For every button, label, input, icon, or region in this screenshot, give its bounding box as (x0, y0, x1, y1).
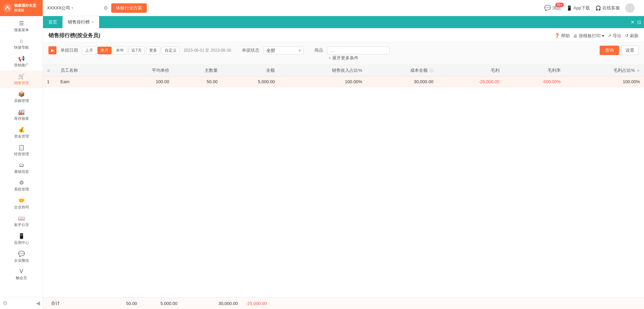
sidebar-item-sales[interactable]: 🛒 销售管理 (0, 70, 43, 88)
table-area: ⚙ 员工名称 平均单价 主数量 全额 销售收入占比% 成本全额 ⓘ 毛利 毛利率 (43, 65, 644, 297)
sidebar-item-purchase[interactable]: 📦 采购管理 (0, 88, 43, 106)
sidebar-label-search: 搜索菜单 (14, 28, 29, 33)
window-close-icon[interactable]: ✕ (631, 19, 635, 25)
search-menu-icon: ☰ (19, 20, 24, 27)
cost-help-icon[interactable]: ⓘ (430, 68, 433, 72)
main-area: XXXXX公司 ▾ ⚙ 体验行业方案 💬 消息 99+ 📱 App下载 🎧 在线… (43, 0, 644, 309)
date-btn-custom[interactable]: 自定义 (162, 47, 180, 54)
headset-icon: 🎧 (595, 5, 601, 11)
avatar[interactable] (625, 3, 635, 13)
status-filter-label: 单据状态 (242, 47, 259, 53)
system-icon: ⚙ (19, 179, 24, 186)
gross-ratio-sort-icon[interactable]: ▼ (637, 69, 640, 72)
sidebar-item-wechat[interactable]: 💬 企业微信 (0, 248, 43, 266)
page-header: 销售排行榜(按业务员) ❓ 帮助 🖨 按模板打印 ▾ ↗ 导出 ↺ 刷新 (43, 28, 644, 42)
cell-name: Eam (56, 76, 115, 87)
sidebar-nav: ☰ 搜索菜单 ⌂ 快捷导航 📢 营销推广 🛒 销售管理 📦 采购管理 🏭 库存核… (0, 16, 43, 297)
tab-close-icon[interactable]: × (92, 20, 94, 24)
service-label: 在线客服 (602, 5, 620, 11)
sidebar-label-sales: 销售管理 (14, 81, 29, 86)
filter-toggle-icon: ▶ (51, 48, 54, 53)
sidebar-collapse-button[interactable]: ◀ (36, 300, 40, 306)
export-button[interactable]: ↗ 导出 (608, 33, 621, 39)
sidebar-item-apps[interactable]: 📱 应用中心 (0, 230, 43, 248)
app-download-button[interactable]: 📱 App下载 (566, 5, 590, 11)
date-btn-this-month[interactable]: 本月 (97, 47, 112, 54)
tab-sales-ranking[interactable]: 销售排行榜 × (62, 16, 99, 28)
expand-more-label: 展开更多条件 (332, 55, 358, 61)
print-button[interactable]: 🖨 按模板打印 ▾ (573, 33, 604, 39)
tab-sales-ranking-label: 销售排行榜 (68, 19, 90, 25)
tab-home[interactable]: 首页 (43, 16, 62, 28)
cell-gross-ratio: 100.00% (565, 76, 644, 87)
app-download-label: App下载 (573, 5, 590, 11)
cell-cost: 30,000.00 (366, 76, 437, 87)
logo-sub-text: 标准版 (14, 8, 36, 13)
svg-point-0 (3, 4, 12, 12)
date-btn-this-year[interactable]: 本年 (113, 47, 127, 54)
query-button[interactable]: 查询 (600, 46, 619, 55)
sidebar-item-enterprise[interactable]: 🤝 企业协同 (0, 195, 43, 212)
sidebar-label-wechat: 企业微信 (14, 258, 29, 263)
date-btn-last-month[interactable]: 上月 (82, 47, 96, 54)
th-cost: 成本全额 ⓘ (366, 65, 437, 76)
date-btn-more[interactable]: 更多 (146, 47, 160, 54)
sidebar-item-search[interactable]: ☰ 搜索菜单 (0, 17, 43, 35)
sidebar-item-marketing[interactable]: 📢 营销推广 (0, 53, 43, 70)
status-select[interactable]: 全部 待审核 已审核 (263, 47, 304, 54)
refresh-icon: ↺ (625, 33, 629, 38)
operations-icon: 📋 (18, 144, 25, 151)
print-icon: 🖨 (573, 33, 577, 38)
cell-sales-ratio: 100.00% (279, 76, 366, 87)
sidebar-item-guide[interactable]: 📖 新手引导 (0, 212, 43, 230)
filter-bar: ▶ 单据日期 上月 本月 本年 近7天 更多 自定义 2023-06-01 至 … (43, 42, 644, 65)
sidebar-item-basics[interactable]: 🗂 基础信息 (0, 159, 43, 177)
date-filter-label: 单据日期 (60, 47, 78, 53)
sidebar-item-operations[interactable]: 📋 经营管理 (0, 142, 43, 159)
sidebar-label-apps: 应用中心 (14, 240, 29, 245)
message-icon: 💬 (544, 5, 551, 11)
filter-toggle-button[interactable]: ▶ (48, 46, 56, 54)
filter-row: ▶ 单据日期 上月 本月 本年 近7天 更多 自定义 2023-06-01 至 … (48, 46, 639, 55)
page-title: 销售排行榜(按业务员) (48, 32, 100, 39)
date-btn-7days[interactable]: 近7天 (128, 47, 145, 54)
refresh-button[interactable]: ↺ 刷新 (625, 33, 639, 39)
company-selector[interactable]: XXXXX公司 ▾ (47, 5, 101, 11)
product-filter-label: 商品 (314, 47, 323, 53)
sidebar-label-operations: 经营管理 (14, 152, 29, 157)
message-button[interactable]: 💬 消息 99+ (544, 5, 561, 11)
sidebar-settings-button[interactable]: ⚙ (3, 300, 7, 306)
sidebar-item-member[interactable]: V 畅会员 (0, 266, 43, 283)
sidebar-item-quick-nav[interactable]: ⌂ 快捷导航 (0, 35, 43, 53)
sidebar-label-inventory: 库存核算 (14, 116, 29, 121)
online-service-button[interactable]: 🎧 在线客服 (595, 5, 620, 11)
industry-btn[interactable]: 体验行业方案 (111, 3, 147, 13)
expand-more-button[interactable]: ▾ 展开更多条件 (329, 55, 358, 61)
sidebar-item-inventory[interactable]: 🏭 库存核算 (0, 106, 43, 124)
column-settings-icon[interactable]: ⚙ (47, 69, 50, 73)
th-gross: 毛利 (437, 65, 504, 76)
settings-gear-icon[interactable]: ⚙ (103, 5, 108, 11)
footer-total-label: 合计 (47, 300, 108, 306)
enterprise-icon: 🤝 (18, 197, 25, 204)
product-filter-input[interactable] (327, 47, 390, 54)
cell-gross: -25,000.00 (437, 76, 504, 87)
sidebar-item-finance[interactable]: 💰 资金管理 (0, 124, 43, 142)
sidebar-item-system[interactable]: ⚙ 系统管理 (0, 177, 43, 195)
cell-gross-rate: -500.00% (504, 76, 565, 87)
table-row: 1 Eam 100.00 50.00 5,000.00 100.00% 30,0… (43, 76, 644, 87)
table-header-row: ⚙ 员工名称 平均单价 主数量 全额 销售收入占比% 成本全额 ⓘ 毛利 毛利率 (43, 65, 644, 76)
tabbar: 首页 销售排行榜 × ✕ ⊡ (43, 16, 644, 28)
help-button[interactable]: ❓ 帮助 (554, 33, 570, 39)
cell-index: 1 (43, 76, 56, 87)
settings-button[interactable]: 设置 (621, 46, 639, 55)
cell-amount: 5,000.00 (222, 76, 279, 87)
sidebar: 畅康通好生意 标准版 ☰ 搜索菜单 ⌂ 快捷导航 📢 营销推广 🛒 销售管理 📦… (0, 0, 43, 309)
logo-text-block: 畅康通好生意 标准版 (14, 3, 36, 12)
logo-icon (3, 3, 12, 13)
tabbar-right: ✕ ⊡ (631, 19, 644, 25)
sidebar-footer: ⚙ ◀ (0, 297, 43, 309)
th-avg-price: 平均单价 (115, 65, 173, 76)
window-expand-icon[interactable]: ⊡ (637, 19, 641, 25)
sidebar-logo: 畅康通好生意 标准版 (0, 0, 43, 16)
